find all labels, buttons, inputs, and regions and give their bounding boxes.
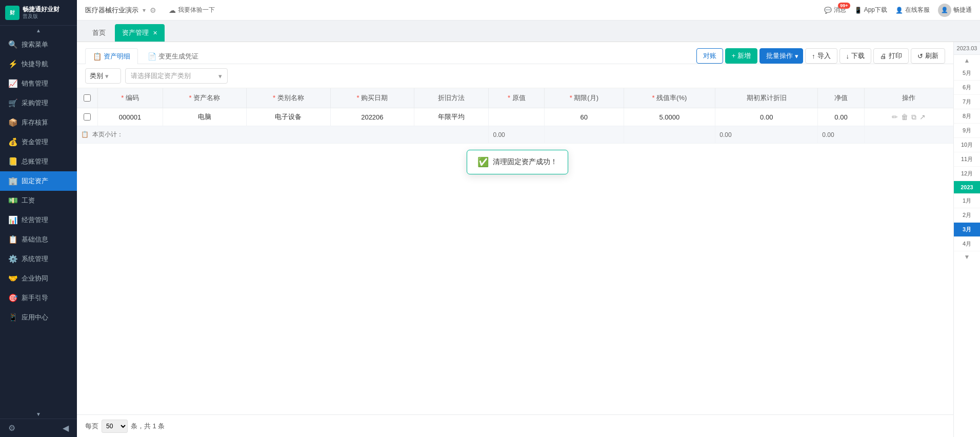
sidebar-item-capital[interactable]: 💰 资金管理 bbox=[0, 132, 77, 152]
th-original-value: 原值 bbox=[489, 88, 545, 108]
copy-icon[interactable]: ⧉ bbox=[911, 113, 916, 122]
filter-chevron-icon: ▾ bbox=[105, 72, 109, 80]
right-panel-month-4[interactable]: 4月 bbox=[954, 237, 980, 251]
sidebar-item-guide[interactable]: 🎯 新手引导 bbox=[0, 288, 77, 308]
td-code: 000001 bbox=[97, 108, 163, 126]
sidebar-item-ledger[interactable]: 📒 总账管理 bbox=[0, 152, 77, 171]
assets-table: 编码 资产名称 类别名称 购买日期 折旧方法 原值 期限(月) 残值率(%) 期… bbox=[77, 88, 953, 144]
pagination: 每页 50 10 20 100 条，共 1 条 bbox=[77, 414, 953, 437]
right-panel-month-11[interactable]: 11月 bbox=[954, 152, 980, 167]
sidebar-scroll-up[interactable]: ▲ bbox=[0, 26, 77, 35]
category-filter-select[interactable]: 类别 ▾ bbox=[85, 68, 121, 84]
tabs-bar: 首页 资产管理 ✕ bbox=[77, 21, 980, 42]
main-content: 医疗器械行业演示 ▾ ⚙ ☁ 我要体验一下 💬 消息 99+ 📱 App下载 👤… bbox=[77, 0, 980, 437]
fixed-assets-icon: 🏢 bbox=[8, 176, 17, 186]
row-checkbox[interactable] bbox=[84, 113, 91, 121]
sub-tab-asset-detail[interactable]: 📋 资产明细 bbox=[85, 48, 138, 64]
sidebar-item-enterprise[interactable]: 🤝 企业协同 bbox=[0, 269, 77, 288]
sidebar-item-inventory[interactable]: 📦 库存核算 bbox=[0, 113, 77, 132]
delete-icon[interactable]: 🗑 bbox=[901, 113, 908, 121]
tab-asset-mgmt-label: 资产管理 bbox=[122, 28, 149, 37]
right-panel-month-2[interactable]: 2月 bbox=[954, 208, 980, 223]
sidebar-item-business[interactable]: 📊 经营管理 bbox=[0, 210, 77, 230]
edit-icon[interactable]: ✏ bbox=[892, 113, 898, 121]
topbar: 医疗器械行业演示 ▾ ⚙ ☁ 我要体验一下 💬 消息 99+ 📱 App下载 👤… bbox=[77, 0, 980, 21]
right-panel-month-6[interactable]: 6月 bbox=[954, 81, 980, 95]
sidebar-item-payroll[interactable]: 💵 工资 bbox=[0, 191, 77, 210]
more-icon[interactable]: ↗ bbox=[919, 113, 926, 121]
tab-home[interactable]: 首页 bbox=[85, 24, 113, 42]
refresh-icon: ↺ bbox=[917, 52, 923, 60]
sidebar-item-label: 系统管理 bbox=[22, 254, 48, 264]
action-icons: ✏ 🗑 ⧉ ↗ bbox=[869, 113, 949, 122]
right-panel-month-3[interactable]: 3月 bbox=[954, 223, 980, 237]
right-panel-year-2023[interactable]: 2023 bbox=[954, 181, 980, 194]
right-panel-month-10[interactable]: 10月 bbox=[954, 138, 980, 152]
table-wrap: 编码 资产名称 类别名称 购买日期 折旧方法 原值 期限(月) 残值率(%) 期… bbox=[77, 88, 953, 414]
download-button[interactable]: ↓ 下载 bbox=[839, 48, 872, 64]
sub-tab-voucher-gen[interactable]: 📄 变更生成凭证 bbox=[140, 48, 206, 64]
right-panel-up-arrow[interactable]: ▲ bbox=[954, 55, 980, 66]
purchase-icon: 🛒 bbox=[8, 98, 17, 108]
import-button[interactable]: ↑ 导入 bbox=[805, 48, 837, 64]
settings-icon[interactable]: ⚙ bbox=[8, 423, 15, 433]
td-net-value: 0.00 bbox=[818, 108, 865, 126]
refresh-button[interactable]: ↺ 刷新 bbox=[911, 48, 945, 64]
print-button[interactable]: 🖨 打印 bbox=[873, 48, 909, 64]
table-row: 000001 电脑 电子设备 202206 年限平均 60 5.0000 0.0… bbox=[77, 108, 953, 126]
sidebar-item-search[interactable]: 🔍 搜索菜单 bbox=[0, 35, 77, 54]
tab-close-icon[interactable]: ✕ bbox=[153, 30, 157, 36]
new-button[interactable]: + 新增 bbox=[725, 48, 757, 64]
category-input[interactable]: 请选择固定资产类别 ▾ bbox=[125, 68, 228, 84]
sidebar-item-purchase[interactable]: 🛒 采购管理 bbox=[0, 93, 77, 113]
td-actions: ✏ 🗑 ⧉ ↗ bbox=[864, 108, 953, 126]
th-residual-rate: 残值率(%) bbox=[624, 88, 715, 108]
right-panel-month-1[interactable]: 1月 bbox=[954, 194, 980, 208]
messages-button[interactable]: 💬 消息 99+ bbox=[824, 6, 846, 14]
right-panel-month-9[interactable]: 9月 bbox=[954, 124, 980, 138]
right-panel-month-7[interactable]: 7月 bbox=[954, 95, 980, 109]
settings-gear-icon[interactable]: ⚙ bbox=[150, 6, 156, 14]
reconcile-button[interactable]: 对账 bbox=[696, 48, 723, 64]
th-actions: 操作 bbox=[864, 88, 953, 108]
topbar-right: 💬 消息 99+ 📱 App下载 👤 在线客服 👤 畅捷通 bbox=[824, 4, 972, 17]
page-area: 📋 资产明细 📄 变更生成凭证 对账 + 新增 批量操作 ▾ ↑ 导入 bbox=[77, 42, 980, 437]
company-name: 医疗器械行业演示 bbox=[85, 6, 138, 15]
basic-info-icon: 📋 bbox=[8, 235, 17, 244]
sidebar-item-basic-info[interactable]: 📋 基础信息 bbox=[0, 230, 77, 249]
batch-chevron-icon: ▾ bbox=[795, 52, 798, 60]
th-code: 编码 bbox=[97, 88, 163, 108]
sidebar-item-system[interactable]: ⚙️ 系统管理 bbox=[0, 249, 77, 269]
sidebar-item-app-center[interactable]: 📱 应用中心 bbox=[0, 308, 77, 327]
batch-button[interactable]: 批量操作 ▾ bbox=[759, 48, 803, 64]
inner-page: 📋 资产明细 📄 变更生成凭证 对账 + 新增 批量操作 ▾ ↑ 导入 bbox=[77, 42, 953, 437]
collapse-icon[interactable]: ◀ bbox=[63, 423, 69, 433]
right-panel-month-12[interactable]: 12月 bbox=[954, 167, 980, 181]
app-download-button[interactable]: 📱 App下载 bbox=[854, 6, 887, 14]
right-panel-month-8[interactable]: 8月 bbox=[954, 109, 980, 124]
sidebar-item-fixed-assets[interactable]: 🏢 固定资产 bbox=[0, 171, 77, 191]
sidebar-scroll-down[interactable]: ▼ bbox=[0, 409, 77, 419]
sidebar-item-label: 库存核算 bbox=[22, 118, 48, 127]
ledger-icon: 📒 bbox=[8, 157, 17, 166]
select-all-checkbox[interactable] bbox=[84, 94, 91, 102]
td-initial-accumulated: 0.00 bbox=[715, 108, 818, 126]
user-menu-button[interactable]: 👤 畅捷通 bbox=[938, 4, 972, 17]
app-center-icon: 📱 bbox=[8, 313, 17, 322]
online-service-button[interactable]: 👤 在线客服 bbox=[895, 6, 930, 14]
tab-asset-mgmt[interactable]: 资产管理 ✕ bbox=[115, 24, 165, 42]
right-panel-month-5[interactable]: 5月 bbox=[954, 66, 980, 81]
td-depreciation-method: 年限平均 bbox=[414, 108, 489, 126]
right-panel-header: 2023.03 bbox=[954, 42, 980, 55]
avatar: 👤 bbox=[938, 4, 951, 17]
sub-tabs: 📋 资产明细 📄 变更生成凭证 对账 + 新增 批量操作 ▾ ↑ 导入 bbox=[77, 42, 953, 64]
right-panel-down-arrow[interactable]: ▼ bbox=[954, 251, 980, 263]
per-page-select[interactable]: 50 10 20 100 bbox=[102, 420, 128, 433]
sidebar-item-sales[interactable]: 📈 销售管理 bbox=[0, 74, 77, 93]
experience-link[interactable]: ☁ 我要体验一下 bbox=[169, 6, 215, 14]
sidebar-item-quick-nav[interactable]: ⚡ 快捷导航 bbox=[0, 54, 77, 74]
td-period-months: 60 bbox=[545, 108, 624, 126]
toast-success: ✅ 清理固定资产成功！ bbox=[467, 150, 568, 174]
th-period-months: 期限(月) bbox=[545, 88, 624, 108]
company-chevron-icon[interactable]: ▾ bbox=[143, 7, 146, 14]
